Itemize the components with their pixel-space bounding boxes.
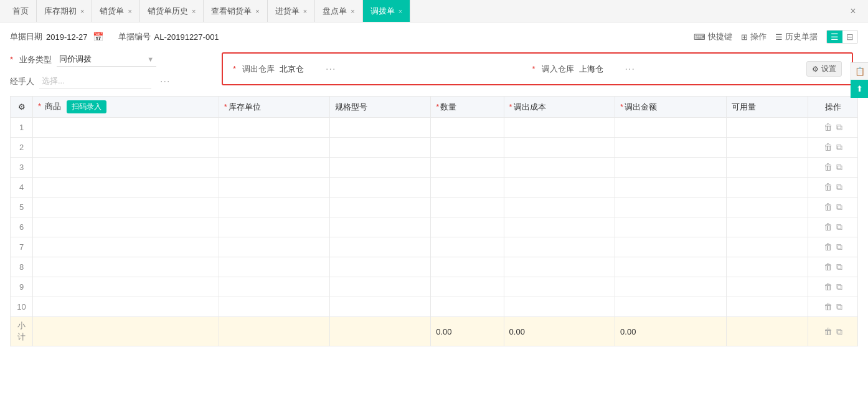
- tab-view-sales-close[interactable]: ×: [255, 7, 259, 15]
- cell-qty[interactable]: [431, 237, 504, 257]
- calendar-icon[interactable]: 📅: [93, 32, 103, 42]
- tab-sales-history-close[interactable]: ×: [192, 7, 196, 15]
- cell-amount[interactable]: 0.00: [615, 317, 726, 346]
- tab-purchase[interactable]: 进货单 ×: [268, 0, 315, 22]
- cell-amount[interactable]: [615, 178, 726, 198]
- cell-available[interactable]: [726, 217, 808, 237]
- cell-qty[interactable]: [431, 178, 504, 198]
- delete-row-icon[interactable]: 🗑: [824, 282, 833, 292]
- copy-row-icon[interactable]: ⧉: [836, 202, 842, 212]
- cell-goods[interactable]: [33, 237, 219, 257]
- history-action[interactable]: ☰ 历史单据: [775, 31, 818, 42]
- cell-cost[interactable]: [504, 277, 615, 297]
- cell-goods[interactable]: [33, 118, 219, 138]
- cell-spec[interactable]: [330, 198, 431, 217]
- cell-available[interactable]: [726, 178, 808, 198]
- handler-dropdown[interactable]: 选择...: [39, 74, 151, 88]
- copy-row-icon[interactable]: ⧉: [836, 262, 842, 272]
- delete-row-icon[interactable]: 🗑: [824, 182, 833, 192]
- delete-row-icon[interactable]: 🗑: [824, 222, 833, 232]
- cell-available[interactable]: [726, 317, 808, 346]
- delete-row-icon[interactable]: 🗑: [824, 326, 833, 336]
- cell-qty[interactable]: [431, 198, 504, 217]
- cell-cost[interactable]: [504, 178, 615, 198]
- scan-button[interactable]: 扫码录入: [67, 100, 106, 113]
- cell-amount[interactable]: [615, 277, 726, 297]
- side-expand-button[interactable]: ⬆: [851, 80, 868, 98]
- cell-goods[interactable]: [33, 217, 219, 237]
- tab-sales-history[interactable]: 销货单历史 ×: [140, 0, 204, 22]
- cell-amount[interactable]: [615, 198, 726, 217]
- cell-spec[interactable]: [330, 317, 431, 346]
- cell-unit[interactable]: [219, 317, 329, 346]
- cell-spec[interactable]: [330, 237, 431, 257]
- cell-goods[interactable]: [33, 138, 219, 158]
- biz-type-dropdown[interactable]: 同价调拨 ▼: [57, 52, 156, 67]
- cell-unit[interactable]: [219, 277, 329, 297]
- cell-spec[interactable]: [330, 158, 431, 178]
- copy-row-icon[interactable]: ⧉: [836, 242, 842, 252]
- copy-row-icon[interactable]: ⧉: [836, 302, 842, 312]
- cell-available[interactable]: [726, 118, 808, 138]
- cell-unit[interactable]: [219, 138, 329, 158]
- tab-sales-order[interactable]: 销货单 ×: [92, 0, 139, 22]
- cell-available[interactable]: [726, 277, 808, 297]
- tab-stock-check[interactable]: 盘点单 ×: [315, 0, 362, 22]
- copy-row-icon[interactable]: ⧉: [836, 142, 842, 152]
- cell-cost[interactable]: 0.00: [504, 317, 615, 346]
- cell-cost[interactable]: [504, 257, 615, 277]
- cell-qty[interactable]: [431, 297, 504, 317]
- cell-available[interactable]: [726, 138, 808, 158]
- tab-transfer[interactable]: 调拨单 ×: [363, 0, 410, 22]
- cell-qty[interactable]: [431, 217, 504, 237]
- copy-row-icon[interactable]: ⧉: [836, 326, 842, 336]
- cell-goods[interactable]: [33, 277, 219, 297]
- tab-stock-check-close[interactable]: ×: [351, 7, 354, 15]
- delete-row-icon[interactable]: 🗑: [824, 202, 833, 212]
- cell-qty[interactable]: 0.00: [431, 317, 504, 346]
- cell-spec[interactable]: [330, 277, 431, 297]
- cell-available[interactable]: [726, 237, 808, 257]
- cell-spec[interactable]: [330, 257, 431, 277]
- copy-row-icon[interactable]: ⧉: [836, 282, 842, 292]
- cell-spec[interactable]: [330, 217, 431, 237]
- cell-qty[interactable]: [431, 257, 504, 277]
- view-list-icon[interactable]: ☰: [827, 31, 842, 43]
- cell-goods[interactable]: [33, 158, 219, 178]
- cell-amount[interactable]: [615, 217, 726, 237]
- out-warehouse-more-button[interactable]: ···: [326, 64, 336, 75]
- cell-amount[interactable]: [615, 257, 726, 277]
- cell-unit[interactable]: [219, 118, 329, 138]
- cell-spec[interactable]: [330, 178, 431, 198]
- cell-unit[interactable]: [219, 178, 329, 198]
- settings-button[interactable]: ⚙ 设置: [806, 61, 842, 77]
- cell-unit[interactable]: [219, 297, 329, 317]
- tab-view-sales[interactable]: 查看销货单 ×: [204, 0, 267, 22]
- cell-cost[interactable]: [504, 198, 615, 217]
- delete-row-icon[interactable]: 🗑: [824, 302, 833, 312]
- cell-cost[interactable]: [504, 237, 615, 257]
- tab-home[interactable]: 首页: [5, 0, 37, 22]
- cell-spec[interactable]: [330, 138, 431, 158]
- tab-inventory-init-close[interactable]: ×: [80, 7, 84, 15]
- tab-transfer-close[interactable]: ×: [399, 7, 402, 15]
- tab-bar-close-button[interactable]: ×: [843, 1, 863, 21]
- cell-qty[interactable]: [431, 277, 504, 297]
- delete-row-icon[interactable]: 🗑: [824, 242, 833, 252]
- cell-amount[interactable]: [615, 138, 726, 158]
- delete-row-icon[interactable]: 🗑: [824, 262, 833, 272]
- delete-row-icon[interactable]: 🗑: [824, 162, 833, 172]
- delete-row-icon[interactable]: 🗑: [824, 122, 833, 132]
- cell-cost[interactable]: [504, 118, 615, 138]
- cell-available[interactable]: [726, 158, 808, 178]
- operate-action[interactable]: ⊞ 操作: [741, 31, 767, 42]
- delete-row-icon[interactable]: 🗑: [824, 142, 833, 152]
- copy-row-icon[interactable]: ⧉: [836, 122, 842, 132]
- cell-available[interactable]: [726, 198, 808, 217]
- cell-goods[interactable]: [33, 178, 219, 198]
- cell-available[interactable]: [726, 297, 808, 317]
- copy-row-icon[interactable]: ⧉: [836, 222, 842, 232]
- cell-goods[interactable]: [33, 317, 219, 346]
- handler-more-button[interactable]: ···: [160, 76, 170, 87]
- cell-spec[interactable]: [330, 297, 431, 317]
